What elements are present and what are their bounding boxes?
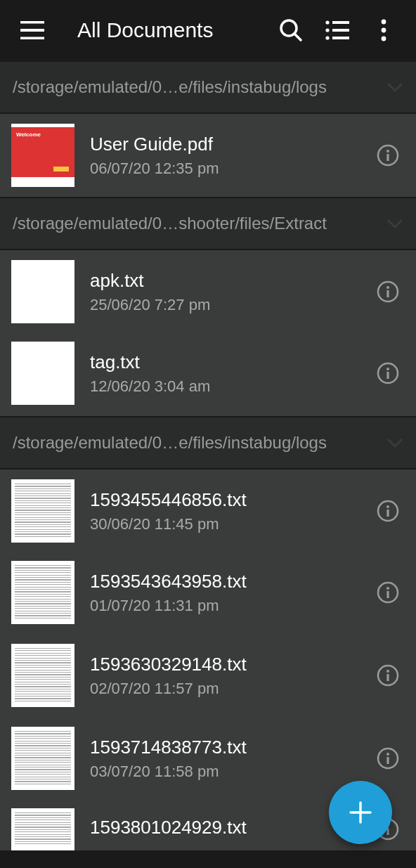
page-title: All Documents [77,18,273,42]
svg-rect-30 [386,757,389,764]
info-button[interactable] [371,275,405,309]
hamburger-icon [20,21,44,39]
list-view-icon [325,20,349,40]
svg-point-5 [325,36,329,39]
file-thumbnail [11,342,74,405]
file-name: 1593455446856.txt [90,489,371,511]
overflow-button[interactable] [365,12,402,48]
svg-rect-21 [386,510,389,517]
info-icon [377,500,399,522]
file-thumbnail [11,561,74,624]
view-button[interactable] [319,12,356,48]
chevron-down-icon [386,82,403,92]
info-button[interactable] [371,356,405,390]
file-item[interactable]: apk.txt 25/06/20 7:27 pm [0,250,416,333]
info-icon [377,747,399,770]
svg-point-23 [386,587,389,590]
file-thumbnail [11,727,74,790]
info-icon [377,144,399,167]
file-item[interactable]: User Guide.pdf 06/07/20 12:35 pm [0,114,416,197]
file-item[interactable]: 1593455446856.txt 30/06/20 11:45 pm [0,469,416,552]
file-meta: tag.txt 12/06/20 3:04 am [90,351,371,396]
file-meta: apk.txt 25/06/20 7:27 pm [90,270,371,314]
file-date: 01/07/20 11:31 pm [90,597,371,615]
svg-point-26 [386,670,389,673]
svg-rect-6 [332,37,349,39]
info-icon [377,280,399,303]
file-date: 02/07/20 11:57 pm [90,680,371,698]
file-item[interactable]: tag.txt 12/06/20 3:04 am [0,333,416,416]
folder-path: /storage/emulated/0…shooter/files/Extrac… [13,214,386,233]
more-vert-icon [381,19,386,41]
info-button[interactable] [371,659,405,692]
svg-point-17 [386,368,389,370]
file-meta: 1593543643958.txt 01/07/20 11:31 pm [90,571,371,615]
info-icon [377,581,399,604]
file-list: User Guide.pdf 06/07/20 12:35 pm [0,114,416,197]
file-name: apk.txt [90,270,371,292]
file-date: 25/06/20 7:27 pm [90,296,371,314]
add-button[interactable] [329,781,392,844]
svg-rect-24 [386,591,389,598]
search-button[interactable] [273,12,309,48]
info-button[interactable] [371,138,405,172]
file-thumbnail [11,260,74,323]
file-date: 03/07/20 11:58 pm [90,763,371,781]
file-thumbnail [11,479,74,543]
file-meta: 1593801024929.txt [90,817,371,843]
file-date: 12/06/20 3:04 am [90,377,371,396]
svg-rect-18 [386,372,389,379]
file-thumbnail [11,644,74,707]
folder-header[interactable]: /storage/emulated/0…e/files/instabug/log… [0,60,416,114]
plus-icon [348,800,373,825]
folder-path: /storage/emulated/0…e/files/instabug/log… [13,77,386,97]
svg-point-7 [382,20,386,25]
svg-point-11 [386,150,389,153]
info-button[interactable] [371,741,405,775]
svg-point-29 [386,753,389,756]
svg-point-8 [382,28,386,33]
svg-rect-27 [386,674,389,681]
file-name: 1593801024929.txt [90,817,371,838]
search-icon [279,18,303,42]
file-thumbnail [11,124,74,187]
folder-header[interactable]: /storage/emulated/0…e/files/instabug/log… [0,416,416,469]
file-meta: 1593714838773.txt 03/07/20 11:58 pm [90,737,371,781]
file-item[interactable]: 1593543643958.txt 01/07/20 11:31 pm [0,552,416,635]
app-toolbar: All Documents [0,0,416,60]
menu-button[interactable] [14,12,51,48]
svg-rect-12 [386,154,389,161]
file-name: tag.txt [90,351,371,373]
svg-point-3 [325,28,329,32]
file-meta: 1593455446856.txt 30/06/20 11:45 pm [90,489,371,533]
file-list: apk.txt 25/06/20 7:27 pm tag.txt 12/06/2… [0,250,416,416]
file-name: User Guide.pdf [90,134,371,155]
folder-path: /storage/emulated/0…e/files/instabug/log… [13,433,386,453]
chevron-down-icon [386,438,403,448]
file-name: 1593630329148.txt [90,654,371,675]
svg-rect-15 [386,290,389,297]
svg-point-9 [382,37,386,41]
file-thumbnail [11,808,74,850]
chevron-down-icon [386,219,403,228]
svg-point-20 [386,505,389,508]
file-date: 30/06/20 11:45 pm [90,515,371,533]
file-date: 06/07/20 12:35 pm [90,160,371,178]
info-icon [377,362,399,384]
svg-rect-2 [332,21,349,24]
info-button[interactable] [371,494,405,528]
folder-header[interactable]: /storage/emulated/0…shooter/files/Extrac… [0,197,416,250]
file-name: 1593714838773.txt [90,737,371,758]
file-name: 1593543643958.txt [90,571,371,592]
file-meta: User Guide.pdf 06/07/20 12:35 pm [90,134,371,178]
info-icon [377,664,399,687]
svg-point-1 [325,20,329,24]
svg-rect-4 [332,29,349,32]
file-item[interactable]: 1593630329148.txt 02/07/20 11:57 pm [0,635,416,718]
file-meta: 1593630329148.txt 02/07/20 11:57 pm [90,654,371,698]
svg-point-14 [386,286,389,289]
info-button[interactable] [371,576,405,609]
